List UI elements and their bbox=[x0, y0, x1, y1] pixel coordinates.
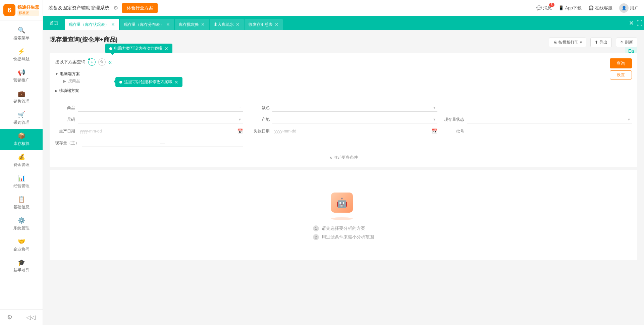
user-item[interactable]: 👤 用户 bbox=[619, 3, 639, 13]
logo-badge: 标准版 bbox=[17, 10, 39, 16]
sidebar-item-search[interactable]: 🔍 搜索菜单 bbox=[0, 23, 43, 44]
app-download-item[interactable]: 📱 App下载 bbox=[558, 5, 582, 11]
batch-input[interactable] bbox=[467, 127, 632, 135]
chevron-down-icon: ▾ bbox=[628, 117, 630, 122]
tab-close-all-icon[interactable]: ✕ bbox=[629, 19, 634, 27]
tab-label: 收发存汇总表 bbox=[249, 22, 273, 28]
tab-close-icon[interactable]: ✕ bbox=[201, 22, 205, 27]
sidebar-item-inventory[interactable]: 📦 库存核算 bbox=[0, 129, 43, 150]
calendar-icon[interactable]: 📅 bbox=[237, 128, 243, 134]
export-button[interactable]: ⬆ 导出 bbox=[590, 38, 612, 47]
tab-inventory-status[interactable]: 现存量（库存状况表） ✕ bbox=[65, 19, 119, 30]
back-button[interactable]: « bbox=[108, 59, 112, 66]
chevron-up-icon: ∧ bbox=[329, 155, 332, 160]
tooltip2-close-icon[interactable]: ✕ bbox=[174, 79, 178, 85]
tab-close-icon[interactable]: ✕ bbox=[166, 22, 170, 27]
origin-select[interactable]: ▾ bbox=[272, 116, 437, 123]
sidebar-item-operations[interactable]: 📊 经营管理 bbox=[0, 171, 43, 192]
collapse-nav-icon[interactable]: ◁◁ bbox=[26, 314, 36, 321]
batch-label: 批号 bbox=[444, 128, 464, 134]
tooltip-dot bbox=[119, 81, 122, 84]
logo-name: 畅通好生意 bbox=[17, 4, 39, 10]
filter-field-color: 颜色 ▾ bbox=[250, 104, 437, 112]
tab-home[interactable]: 首页 bbox=[44, 16, 64, 30]
more-icon: ··· bbox=[237, 105, 241, 110]
sidebar-item-system[interactable]: ⚙️ 系统管理 bbox=[0, 213, 43, 234]
sales-icon: 💼 bbox=[18, 90, 25, 97]
marketing-icon: 📢 bbox=[18, 69, 25, 76]
sidebar-item-marketing[interactable]: 📢 营销推广 bbox=[0, 65, 43, 87]
sidebar-item-quick-nav[interactable]: ⚡ 快捷导航 bbox=[0, 44, 43, 65]
filter-row-2: 尺码 ▾ 产地 ▾ bbox=[55, 116, 632, 123]
empty-state: 🤖 1 请先选择要分析的方案 2 用过滤条件来缩小分析范围 bbox=[50, 170, 637, 260]
finance-icon: 💰 bbox=[18, 153, 25, 161]
tab-close-icon[interactable]: ✕ bbox=[236, 22, 240, 27]
system-name: 装备及固定资产辅助管理系统 bbox=[48, 5, 109, 11]
search-menu-icon: 🔍 bbox=[18, 26, 25, 34]
goods-label: 商品 bbox=[55, 105, 75, 111]
size-label: 尺码 bbox=[55, 117, 75, 122]
hint-text-2: 用过滤条件来缩小分析范围 bbox=[322, 234, 374, 240]
experience-button[interactable]: 体验行业方案 bbox=[122, 3, 158, 13]
edit-scheme-button[interactable]: ✎ bbox=[98, 58, 106, 66]
scheme-group-mobile-header[interactable]: ▶ 移动端方案 bbox=[55, 87, 632, 95]
collapse-arrow-icon: ▼ bbox=[55, 72, 58, 76]
print-label: 按模板打印 bbox=[558, 40, 579, 45]
page-body: 现存量查询(按仓库+商品) 🖨 按模板打印 ▾ ⬆ 导出 ↻ 刷新 bbox=[43, 30, 644, 266]
inv-main-end[interactable] bbox=[166, 139, 243, 147]
tab-summary[interactable]: 收发存汇总表 ✕ bbox=[245, 19, 283, 30]
print-dropdown-icon: ▾ bbox=[580, 40, 582, 45]
scheme-desktop-label: 电脑端方案 bbox=[60, 71, 80, 77]
collapse-button[interactable]: ∧ 收起更多条件 bbox=[329, 155, 358, 160]
inv-status-label: 现存量状态 bbox=[444, 117, 464, 122]
app-download-label: App下载 bbox=[565, 5, 582, 11]
tab-close-icon[interactable]: ✕ bbox=[275, 22, 279, 27]
inv-main-start[interactable] bbox=[82, 139, 158, 147]
prod-date-range: 📅 bbox=[78, 127, 243, 135]
inv-status-select[interactable]: ▾ bbox=[467, 116, 632, 123]
sidebar-item-finance[interactable]: 💰 资金管理 bbox=[0, 150, 43, 171]
calendar-icon[interactable]: 📅 bbox=[432, 128, 437, 134]
tab-fullscreen-icon[interactable]: ⛶ bbox=[637, 20, 643, 27]
tooltip-arrow bbox=[111, 53, 114, 57]
headset-icon: 🎧 bbox=[588, 5, 594, 10]
tab-in-out-flow[interactable]: 出入库流水 ✕ bbox=[210, 19, 244, 30]
empty-cell bbox=[444, 104, 632, 112]
expiry-date-start[interactable] bbox=[272, 127, 432, 135]
online-service-item[interactable]: 🎧 在线客服 bbox=[588, 5, 612, 11]
sidebar-item-purchase[interactable]: 🛒 采购管理 bbox=[0, 108, 43, 129]
results-area: 🤖 1 请先选择要分析的方案 2 用过滤条件来缩小分析范围 bbox=[50, 170, 637, 260]
tooltip-close-icon[interactable]: ✕ bbox=[164, 46, 168, 51]
scheme-group-mobile: ▶ 移动端方案 bbox=[55, 87, 632, 95]
print-button[interactable]: 🖨 按模板打印 ▾ bbox=[549, 38, 586, 47]
hint-num-2: 2 bbox=[313, 234, 319, 240]
purchase-icon: 🛒 bbox=[18, 111, 25, 118]
dot-indicator bbox=[88, 58, 91, 61]
settings-bottom-icon[interactable]: ⚙ bbox=[7, 314, 12, 321]
sidebar-item-basic-info[interactable]: 📋 基础信息 bbox=[0, 192, 43, 213]
prod-date-start[interactable] bbox=[78, 127, 237, 135]
sidebar-item-sales[interactable]: 💼 销售管理 bbox=[0, 87, 43, 108]
inv-main-range: — bbox=[82, 139, 243, 147]
hint-num-1: 1 bbox=[313, 225, 319, 231]
filter-section: 查询 设置 按以下方案查询 + ✎ « bbox=[50, 53, 637, 167]
page-title: 现存量查询(按仓库+商品) bbox=[50, 36, 118, 44]
refresh-button[interactable]: ↻ 刷新 bbox=[616, 38, 637, 47]
sidebar-item-label: 快捷导航 bbox=[13, 56, 30, 62]
sidebar-item-guide[interactable]: 🎓 新手引导 bbox=[0, 256, 43, 277]
color-select[interactable]: ▾ bbox=[272, 104, 437, 112]
printer-icon: 🖨 bbox=[553, 40, 557, 45]
add-scheme-button[interactable]: + bbox=[88, 58, 96, 66]
sidebar-item-enterprise[interactable]: 🤝 企业协同 bbox=[0, 234, 43, 256]
message-icon-item[interactable]: 💬 消息 6 bbox=[536, 5, 552, 11]
tab-inventory-distribution[interactable]: 现存量（库存分布表） ✕ bbox=[120, 19, 174, 30]
tab-close-icon[interactable]: ✕ bbox=[111, 22, 115, 27]
goods-select[interactable]: ··· bbox=[78, 104, 243, 112]
tooltip-text: 电脑方案可设为移动方案哦 bbox=[114, 46, 162, 51]
size-select[interactable]: ▾ bbox=[78, 116, 243, 123]
main-area: 装备及固定资产辅助管理系统 ⚙ 体验行业方案 💬 消息 6 📱 App下载 🎧 … bbox=[43, 0, 644, 325]
operations-icon: 📊 bbox=[18, 174, 25, 182]
gear-icon[interactable]: ⚙ bbox=[113, 5, 118, 11]
tab-batch-account[interactable]: 库存批次账 ✕ bbox=[175, 19, 209, 30]
filter-field-goods: 商品 ··· bbox=[55, 104, 243, 112]
